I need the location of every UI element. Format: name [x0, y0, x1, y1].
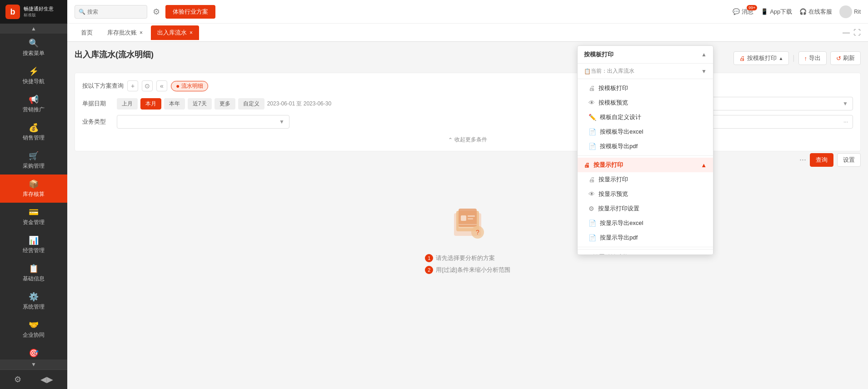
chevron-up-icon: ▲ — [778, 56, 783, 61]
brand-name: 畅捷通好生意 — [24, 5, 54, 12]
sidebar-item-inventory[interactable]: 📦 库存核算 — [0, 175, 67, 203]
tab-flow[interactable]: 出入库流水 × — [151, 25, 199, 40]
empty-tip-2: 2 用[过滤]条件来缩小分析范围 — [425, 264, 510, 276]
sidebar-item-search[interactable]: 🔍 搜索菜单 — [0, 34, 67, 62]
dropdown-item-display-excel[interactable]: 📄 按显示导出excel — [578, 216, 713, 230]
sidebar-item-system[interactable]: ⚙️ 系统管理 — [0, 287, 67, 315]
dropdown-item-template-pdf[interactable]: 📄 按模板导出pdf — [578, 139, 713, 154]
marketing-icon: 📢 — [29, 95, 39, 105]
collapse-conditions-button[interactable]: ⌃ 收起更多条件 — [82, 133, 853, 144]
sidebar-item-operations[interactable]: 📊 经营管理 — [0, 231, 67, 259]
sidebar-item-purchase[interactable]: 🛒 采购管理 — [0, 146, 67, 175]
tab-flow-label: 出入库流水 — [157, 29, 187, 37]
message-badge: 99+ — [747, 5, 757, 10]
tab-batch-close[interactable]: × — [140, 30, 143, 36]
filter-add-button[interactable]: + — [127, 80, 138, 91]
collapse-sidebar-icon[interactable]: ◀▶ — [40, 374, 53, 384]
sidebar-item-basic[interactable]: 📋 基础信息 — [0, 259, 67, 287]
current-template-label: 📋 当前：出入库流水 ▼ — [578, 64, 713, 77]
search-input[interactable] — [87, 9, 143, 15]
sidebar-item-collab[interactable]: 🤝 企业协同 — [0, 315, 67, 344]
svg-rect-4 — [468, 215, 475, 217]
dropdown-close-icon[interactable]: ▲ — [701, 51, 707, 58]
more-options-button[interactable]: ... — [799, 153, 806, 167]
dropdown-item-label: 按模板导出excel — [600, 128, 643, 136]
divider-3 — [578, 247, 713, 247]
footer-chevron: ▼ — [701, 254, 707, 255]
empty-tips: 1 请先选择要分析的方案 2 用[过滤]条件来缩小分析范围 — [425, 252, 510, 276]
topbar-left: 🔍 ⚙ 体验行业方案 — [75, 5, 215, 19]
dropdown-item-template-design[interactable]: ✏️ 模板自定义设计 — [578, 110, 713, 125]
sidebar-item-label: 营销推广 — [23, 106, 45, 114]
dropdown-item-display-preview[interactable]: 👁 按显示预览 — [578, 187, 713, 201]
operations-icon: 📊 — [29, 235, 39, 245]
settings-button[interactable]: 设置 — [837, 153, 861, 167]
search-box[interactable]: 🔍 — [75, 5, 147, 19]
business-type-select[interactable]: ▼ — [117, 115, 289, 129]
user-info[interactable]: Rit — [839, 5, 861, 18]
preview-icon-1: 👁 — [589, 99, 595, 106]
sidebar-item-marketing[interactable]: 📢 营销推广 — [0, 90, 67, 118]
dropdown-item-template-print[interactable]: 🖨 按模板打印 — [578, 81, 713, 95]
business-type-dropdown-icon: ▼ — [279, 119, 284, 125]
sidebar-scroll-up[interactable]: ▲ — [0, 24, 67, 34]
sidebar-footer: ⚙ ◀▶ — [0, 369, 67, 389]
app-download-button[interactable]: 📱 App下载 — [761, 8, 792, 16]
search-icon: 🔍 — [29, 38, 39, 48]
template-print-button[interactable]: 🖨 按模板打印 ▲ — [733, 51, 789, 65]
dropdown-footer-settings[interactable]: ⚙ 设置默认功能 ▼ — [578, 249, 713, 254]
date-btn-more[interactable]: 更多 — [215, 98, 235, 110]
tab-flow-close[interactable]: × — [190, 30, 193, 36]
default-settings-icon: ⚙ — [584, 254, 589, 255]
filter-tag[interactable]: ● 流水明细 — [171, 81, 208, 91]
chevron-up-icon2: ⌃ — [448, 137, 453, 143]
template-print-label: 按模板打印 — [747, 54, 777, 62]
query-label: 查询 — [816, 156, 828, 164]
tab-minimize-icon[interactable]: — — [843, 29, 850, 37]
tab-home[interactable]: 首页 — [75, 25, 99, 40]
dropdown-item-template-preview[interactable]: 👁 按模板预览 — [578, 95, 713, 110]
dropdown-item-label: 按模板预览 — [599, 99, 628, 107]
refresh-icon: ↺ — [836, 55, 841, 62]
date-btn-custom[interactable]: 自定义 — [238, 98, 264, 110]
dropdown-item-label: 按显示打印设置 — [598, 204, 639, 213]
settings-footer-icon[interactable]: ⚙ — [14, 374, 21, 384]
page-title: 出入库流水(流水明细) — [75, 49, 154, 60]
dropdown-item-display-print[interactable]: 🖨 按显示打印 — [578, 172, 713, 187]
dropdown-item-display-pdf[interactable]: 📄 按显示导出pdf — [578, 230, 713, 245]
filter-collapse-icon[interactable]: « — [156, 80, 167, 91]
refresh-button[interactable]: ↺ 刷新 — [830, 51, 861, 65]
export-button[interactable]: ↑ 导出 — [798, 51, 827, 65]
sidebar-item-label: 资金管理 — [23, 219, 45, 226]
query-button[interactable]: 查询 — [810, 153, 833, 167]
online-service-button[interactable]: 🎧 在线客服 — [799, 8, 832, 16]
tab-batch[interactable]: 库存批次账 × — [101, 25, 149, 40]
finance-icon: 💳 — [29, 207, 39, 217]
message-button[interactable]: 💬 消息 99+ — [733, 8, 753, 16]
filter-settings-icon[interactable]: ⊙ — [142, 80, 153, 91]
sidebar-item-finance[interactable]: 💳 资金管理 — [0, 203, 67, 231]
gear-icon[interactable]: ⚙ — [153, 7, 160, 17]
bill-type-select[interactable]: ▼ — [708, 97, 853, 110]
display-print-section[interactable]: 🖨 按显示打印 ▲ — [578, 158, 713, 172]
sidebar-item-quicknav[interactable]: ⚡ 快捷导航 — [0, 62, 67, 90]
guide-icon: 🎯 — [29, 348, 39, 358]
date-btn-prev-month[interactable]: 上月 — [117, 98, 138, 110]
empty-state: ? 1 请先选择要分析的方案 2 用[过滤]条件来缩小分析范围 — [75, 172, 861, 303]
dropdown-item-display-settings[interactable]: ⚙ 按显示打印设置 — [578, 201, 713, 216]
sidebar-scroll-down[interactable]: ▼ — [0, 359, 67, 369]
date-btn-current-year[interactable]: 本年 — [164, 98, 185, 110]
industry-solution-button[interactable]: 体验行业方案 — [165, 5, 215, 19]
message-icon: 💬 — [733, 8, 740, 15]
dropdown-title: 按模板打印 — [584, 50, 614, 59]
tabbar: 首页 库存批次账 × 出入库流水 × — ⛶ — [67, 24, 868, 42]
dropdown-item-template-excel[interactable]: 📄 按模板导出excel — [578, 125, 713, 139]
export-label: 导出 — [809, 54, 821, 62]
sidebar-item-sales[interactable]: 💰 销售管理 — [0, 118, 67, 146]
warehouse-select[interactable]: ··· — [708, 115, 853, 129]
print-icon: 🖨 — [739, 55, 745, 62]
date-btn-current-month[interactable]: 本月 — [140, 98, 161, 110]
sidebar-item-guide[interactable]: 🎯 新手引导 — [0, 344, 67, 359]
tab-maximize-icon[interactable]: ⛶ — [853, 29, 861, 37]
date-btn-7days[interactable]: 近7天 — [188, 98, 212, 110]
